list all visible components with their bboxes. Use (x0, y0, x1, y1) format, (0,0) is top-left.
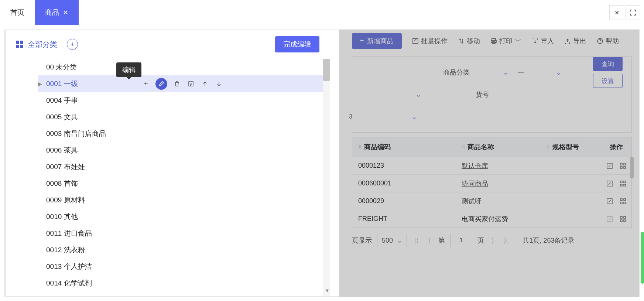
tree-item[interactable]: 0010 其他 (38, 208, 330, 225)
print-label: 打印 (499, 37, 513, 45)
export-icon (564, 38, 571, 44)
scroll-down-icon[interactable]: ▾ (326, 287, 329, 294)
svg-rect-19 (624, 202, 626, 204)
chevron-down-icon[interactable]: ⌄ (556, 68, 561, 76)
add-product-button[interactable]: + 新增商品 (352, 33, 402, 49)
cell-name: 默认仓库 (456, 161, 541, 170)
tree-item[interactable]: 0012 洗衣粉 (38, 242, 330, 258)
row-edit-icon[interactable] (606, 163, 613, 169)
first-page-icon[interactable]: |⟨ (412, 236, 421, 244)
per-page-label: 页显示 (352, 236, 372, 245)
row-more-icon[interactable] (620, 198, 626, 205)
query-button[interactable]: 查询 (593, 57, 623, 71)
sort-icon[interactable]: ⇅ (547, 144, 550, 150)
delete-icon[interactable] (172, 79, 181, 88)
tree-item[interactable]: 0009 原材料 (38, 192, 330, 208)
tree-item[interactable]: 0007 布娃娃 (38, 158, 330, 175)
move-up-icon[interactable] (201, 79, 209, 88)
tree-scrollbar-track[interactable] (323, 59, 330, 296)
table-scrollbar[interactable] (630, 157, 634, 179)
last-page-icon[interactable]: ⟩| (501, 236, 510, 244)
svg-rect-13 (620, 184, 622, 186)
tree-item[interactable]: 0014 化学试剂 (38, 275, 330, 291)
svg-rect-11 (620, 181, 622, 183)
chevron-down-icon[interactable]: ⌄ (415, 90, 421, 99)
col-name-label: 商品名称 (467, 143, 494, 151)
tree-item-label: 0005 文具 (46, 112, 78, 122)
row-more-icon[interactable] (620, 180, 626, 187)
close-icon[interactable]: ✕ (63, 8, 68, 17)
tree-item-label: 0007 布娃娃 (46, 162, 85, 172)
tree-item[interactable]: 0011 进口食品 (38, 225, 330, 242)
caret-right-icon[interactable]: ▶ (38, 81, 42, 87)
tree-item[interactable]: 00 未分类 (38, 59, 330, 75)
chevron-down-icon[interactable]: ⌄ (503, 68, 508, 76)
row-edit-icon[interactable] (606, 216, 613, 222)
move-button[interactable]: 移动 (458, 37, 480, 45)
row-more-icon[interactable] (620, 163, 626, 169)
edit-icon[interactable] (155, 78, 167, 90)
settings-button[interactable]: 设置 (593, 74, 623, 88)
svg-rect-24 (624, 220, 626, 222)
all-categories-label[interactable]: 全部分类 (28, 40, 57, 49)
add-child-icon[interactable]: + (141, 79, 150, 88)
print-button[interactable]: 打印 ﹀ (490, 37, 521, 45)
print-icon (490, 38, 497, 44)
import-button[interactable]: 导入 (532, 37, 554, 45)
page-size-select[interactable]: 500 ⌄ (377, 234, 407, 247)
chevron-down-icon: ﹀ (515, 37, 521, 45)
prev-page-icon[interactable]: ⟨ (426, 236, 433, 244)
export-button[interactable]: 导出 (564, 37, 586, 45)
tree-item-label: 0011 进口食品 (46, 229, 92, 238)
svg-rect-8 (620, 167, 622, 168)
svg-rect-0 (413, 38, 418, 44)
done-edit-button[interactable]: 完成编辑 (275, 36, 319, 52)
category-tree: 00 未分类▶0001 一级+0004 手串0005 文具0003 南昌门店商品… (6, 59, 330, 296)
fullscreen-icon[interactable] (626, 5, 640, 20)
rank-icon[interactable] (186, 79, 195, 88)
product-name-link[interactable]: 测试呀 (462, 197, 482, 206)
product-table: ⇅商品编码 ⇅商品名称 ⇅规格型号 操作 0000123默认仓库00060000… (352, 137, 632, 228)
svg-rect-2 (491, 40, 496, 42)
svg-rect-9 (624, 167, 626, 168)
row-edit-icon[interactable] (606, 180, 613, 187)
help-button[interactable]: 帮助 (597, 37, 619, 45)
svg-rect-17 (624, 199, 626, 201)
tree-item[interactable]: ▶0001 一级+ (38, 75, 330, 92)
move-icon (458, 38, 465, 44)
add-product-label: 新增商品 (367, 37, 394, 45)
row-edit-icon[interactable] (606, 198, 613, 205)
add-category-button[interactable]: + (67, 39, 78, 50)
product-name-link[interactable]: 协同商品 (462, 179, 488, 188)
tree-item[interactable]: 0006 茶具 (38, 142, 330, 158)
tree-item[interactable]: 0005 文具 (38, 109, 330, 125)
table-row: 0000029测试呀 (352, 192, 631, 210)
close-all-icon[interactable]: ✕ (609, 5, 624, 20)
col-op-label: 操作 (610, 143, 623, 151)
sort-icon[interactable]: ⇅ (462, 144, 465, 150)
accent-bar (641, 232, 644, 284)
page-input[interactable] (450, 234, 472, 247)
tree-item-label: 0010 其他 (46, 212, 78, 222)
tree-scrollbar-thumb[interactable] (323, 59, 330, 81)
tree-item-label: 0013 个人护洁 (46, 262, 92, 271)
filter-category-label: 商品分类 (443, 68, 470, 77)
filter-article-label: 货号 (462, 90, 489, 99)
tree-item[interactable]: 0004 手串 (38, 92, 330, 109)
cell-op (592, 163, 631, 169)
batch-ops-button[interactable]: 批量操作 (412, 37, 448, 45)
filter-box: 商品分类 ⌄ — ⌄ 查询 设置 ⌄ 货号 (352, 57, 632, 133)
tab-home[interactable]: 首页 (0, 0, 35, 25)
row-more-icon[interactable] (620, 216, 626, 222)
tree-item[interactable]: 0013 个人护洁 (38, 258, 330, 275)
move-down-icon[interactable] (215, 79, 223, 88)
tree-item[interactable]: 0008 首饰 (38, 175, 330, 192)
tree-item[interactable]: 0003 南昌门店商品 (38, 125, 330, 142)
product-name-link[interactable]: 默认仓库 (462, 161, 488, 170)
tree-item-label: 0012 洗衣粉 (46, 245, 85, 255)
sort-icon[interactable]: ⇅ (358, 144, 362, 150)
tab-product[interactable]: 商品 ✕ (35, 0, 79, 25)
chevron-down-icon[interactable]: ⌄ (411, 113, 417, 121)
range-dash: — (518, 69, 524, 76)
next-page-icon[interactable]: ⟩ (489, 236, 496, 244)
